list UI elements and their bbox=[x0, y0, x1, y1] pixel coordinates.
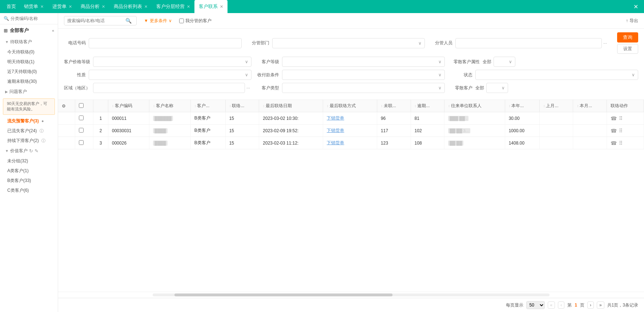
sidebar-item-a-class[interactable]: A类客户(1) bbox=[0, 166, 58, 176]
person-select[interactable] bbox=[455, 38, 602, 48]
row3-select-checkbox[interactable] bbox=[79, 140, 84, 145]
sidebar-group-problem[interactable]: ▶ 问题客户 bbox=[0, 86, 58, 97]
sidebar-item-ungrouped[interactable]: 未分组(32) bbox=[0, 156, 58, 166]
nature-select[interactable]: ∨ bbox=[89, 70, 251, 80]
row1-last-method-link[interactable]: 下销货单 bbox=[327, 116, 344, 121]
tab-customer-contact[interactable]: 客户联系 ✕ bbox=[194, 0, 228, 13]
close-all-tabs-button[interactable]: ✕ bbox=[631, 3, 641, 10]
my-customers-checkbox-label[interactable]: 我分管的客户 bbox=[179, 18, 212, 24]
th-year-amount[interactable]: 本年... bbox=[505, 100, 539, 112]
row2-last-method[interactable]: 下销货单 bbox=[323, 125, 377, 137]
tab-analysis[interactable]: 商品分析 ✕ bbox=[76, 0, 109, 13]
more-conditions-button[interactable]: ▼ 更多条件 ∨ bbox=[141, 16, 175, 25]
tab-analysis-list-close-icon[interactable]: ✕ bbox=[144, 4, 148, 9]
sidebar-item-today[interactable]: 今天待联络(0) bbox=[0, 47, 58, 57]
th-name[interactable]: 客户名称 bbox=[149, 100, 190, 112]
retail-customer-select[interactable]: ∨ bbox=[486, 83, 508, 93]
my-customers-checkbox[interactable] bbox=[179, 19, 184, 23]
th-contacts[interactable]: 往来单位联系人 bbox=[444, 100, 505, 112]
sidebar-item-churn-warning[interactable]: 流失预警客户(3) ● bbox=[0, 116, 58, 126]
row1-phone-icon[interactable]: ☎ bbox=[611, 116, 617, 121]
tab-purchase-close-icon[interactable]: ✕ bbox=[69, 4, 72, 9]
last-page-button[interactable]: » bbox=[597, 301, 604, 309]
row3-last-method-link[interactable]: 下销货单 bbox=[327, 140, 344, 145]
sidebar-group-pending[interactable]: ▼ 待联络客户 bbox=[0, 37, 58, 47]
status-select[interactable]: ∨ bbox=[475, 70, 638, 80]
customer-grade-select[interactable]: ∨ bbox=[282, 57, 445, 67]
th-last-date[interactable]: 最后联络日期 bbox=[259, 100, 323, 112]
tab-sales-close-icon[interactable]: ✕ bbox=[40, 4, 44, 9]
region-more-icon[interactable]: ··· bbox=[245, 85, 251, 90]
tab-sales[interactable]: 销货单 ✕ bbox=[20, 0, 48, 13]
phone-input[interactable] bbox=[89, 38, 242, 48]
th-overdue[interactable]: 逾期... bbox=[411, 100, 444, 112]
settings-button[interactable]: 设置 bbox=[617, 44, 638, 54]
sidebar-root-item[interactable]: ⊞ 全部客户 « bbox=[0, 24, 58, 37]
sidebar-item-declining[interactable]: 持续下滑客户(2) ⓘ bbox=[0, 136, 58, 146]
query-button[interactable]: 查询 bbox=[617, 32, 638, 42]
tab-analysis-list[interactable]: 商品分析列表 ✕ bbox=[109, 0, 152, 13]
customer-type-select[interactable]: ∨ bbox=[282, 83, 445, 93]
column-settings-icon[interactable]: ⚙ bbox=[62, 104, 66, 109]
th-type[interactable]: 客户... bbox=[190, 100, 225, 112]
export-button[interactable]: ↑ 导出 bbox=[626, 18, 638, 24]
th-last-method[interactable]: 最后联络方式 bbox=[323, 100, 377, 112]
sidebar-item-churned[interactable]: 已流失客户(24) ⓘ bbox=[0, 126, 58, 136]
filter-search-input[interactable] bbox=[67, 18, 125, 23]
row3-phone-icon[interactable]: ☎ bbox=[611, 140, 617, 146]
sidebar-item-c-class[interactable]: C类客户(6) bbox=[0, 186, 58, 195]
table-row: 2 00030031 ████ B类客户 15 2023-02-09 19:52… bbox=[58, 125, 644, 137]
horizontal-scrollbar[interactable] bbox=[58, 292, 644, 298]
row3-last-method[interactable]: 下销货单 bbox=[323, 137, 377, 149]
filter-retail-attr: 零散客户属性 全部 ∨ bbox=[451, 57, 638, 67]
payment-select[interactable]: ∨ bbox=[282, 70, 445, 80]
next-page-button[interactable]: › bbox=[587, 301, 594, 309]
edit-icon[interactable]: ✎ bbox=[35, 148, 39, 154]
grid-icon: ⊞ bbox=[4, 28, 8, 33]
row3-more-icon[interactable]: ⠿ bbox=[619, 140, 623, 146]
tab-customer-tier[interactable]: 客户分层经营 ✕ bbox=[152, 0, 194, 13]
problem-customer-tooltip: 90天无交易的客户，可能有流失风险。 bbox=[3, 98, 55, 115]
tab-customer-tier-close-icon[interactable]: ✕ bbox=[187, 4, 190, 9]
th-this-month[interactable]: 本月... bbox=[573, 100, 607, 112]
row1-select-checkbox[interactable] bbox=[79, 116, 84, 120]
refresh-icon[interactable]: ↻ bbox=[29, 148, 33, 154]
dept-select[interactable]: ∨ bbox=[272, 38, 425, 48]
th-uncontacted[interactable]: 未联... bbox=[377, 100, 411, 112]
row2-last-method-link[interactable]: 下销货单 bbox=[327, 128, 344, 133]
sidebar-item-tomorrow[interactable]: 明天待联络(1) bbox=[0, 57, 58, 67]
sidebar-search-input[interactable] bbox=[11, 16, 54, 21]
row2-select-checkbox[interactable] bbox=[79, 128, 84, 133]
th-code[interactable]: 客户编码 bbox=[108, 100, 149, 112]
th-last-month[interactable]: 上月... bbox=[539, 100, 573, 112]
row1-more-icon[interactable]: ⠿ bbox=[619, 116, 623, 121]
th-contact[interactable]: 联络... bbox=[225, 100, 259, 112]
region-select[interactable] bbox=[93, 83, 245, 93]
tab-purchase[interactable]: 进货单 ✕ bbox=[48, 0, 76, 13]
tab-customer-contact-close-icon[interactable]: ✕ bbox=[220, 4, 223, 9]
tab-analysis-close-icon[interactable]: ✕ bbox=[102, 4, 105, 9]
row3-name: ████ bbox=[149, 137, 190, 149]
sidebar-item-7days[interactable]: 近7天待联络(0) bbox=[0, 67, 58, 77]
th-settings[interactable]: ⚙ bbox=[58, 100, 75, 112]
row2-phone-icon[interactable]: ☎ bbox=[611, 128, 617, 134]
per-page-select[interactable]: 50 100 bbox=[526, 301, 545, 309]
person-more-icon[interactable]: ··· bbox=[602, 41, 608, 46]
sidebar-collapse-icon[interactable]: « bbox=[52, 28, 54, 33]
price-grade-select[interactable]: ∨ bbox=[93, 57, 251, 67]
select-all-checkbox[interactable] bbox=[79, 103, 84, 108]
sidebar-group-value[interactable]: ▼ 价值客户 ↻ ✎ bbox=[0, 146, 58, 156]
row3-overdue: 108 bbox=[411, 137, 444, 149]
scroll-thumb[interactable] bbox=[174, 293, 393, 296]
filter-row-2: 客户价格等级 ∨ 客户等级 ∨ 零散客户属性 全部 bbox=[64, 57, 638, 67]
sidebar-item-overdue[interactable]: 逾期未联络(30) bbox=[0, 77, 58, 86]
retail-attr-select[interactable]: ∨ bbox=[494, 57, 515, 67]
prev-page-button[interactable]: ‹ bbox=[558, 301, 564, 309]
sidebar-item-b-class[interactable]: B类客户(33) bbox=[0, 176, 58, 186]
tab-home[interactable]: 首页 bbox=[3, 0, 20, 13]
row2-more-icon[interactable]: ⠿ bbox=[619, 128, 623, 134]
row1-last-month bbox=[539, 112, 573, 125]
filter-search-button[interactable]: 🔍 bbox=[125, 18, 132, 24]
first-page-button[interactable]: « bbox=[548, 301, 555, 309]
row1-last-method[interactable]: 下销货单 bbox=[323, 112, 377, 125]
